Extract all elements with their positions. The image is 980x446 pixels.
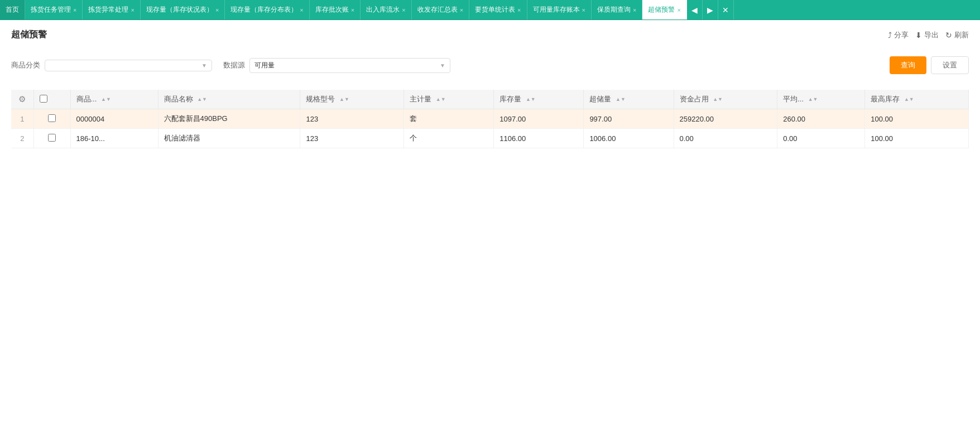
row-stock: 1097.00: [494, 109, 584, 129]
nav-tab-6-label: 出入库流水: [366, 5, 400, 14]
col-product-code-label: 商品...: [76, 95, 97, 103]
nav-next-arrow[interactable]: ▶: [703, 0, 718, 20]
nav-tab-11-label: 超储预警: [648, 5, 675, 14]
refresh-button[interactable]: ↻ 刷新: [945, 30, 969, 40]
row-index: 1: [11, 109, 33, 129]
share-icon: ⤴: [888, 31, 892, 40]
row-checkbox[interactable]: [48, 114, 56, 122]
nav-tab-7-label: 收发存汇总表: [417, 5, 458, 14]
row-product-name: 机油滤清器: [158, 129, 300, 148]
sort-unit[interactable]: ▲▼: [436, 97, 446, 102]
nav-tab-6[interactable]: 出入库流水 ×: [361, 0, 411, 20]
nav-tab-2-label: 拣货异常处理: [88, 5, 128, 14]
category-chevron-icon: ▼: [201, 62, 207, 69]
nav-tab-9[interactable]: 可用量库存账本 ×: [527, 0, 592, 20]
category-select[interactable]: ▼: [45, 60, 212, 71]
nav-tab-11-close[interactable]: ×: [677, 7, 680, 13]
nav-tab-6-close[interactable]: ×: [402, 7, 405, 13]
sort-product-code[interactable]: ▲▼: [101, 97, 111, 102]
nav-tab-10-close[interactable]: ×: [633, 7, 636, 13]
nav-prev-arrow[interactable]: ◀: [687, 0, 703, 20]
sort-stock[interactable]: ▲▼: [526, 97, 536, 102]
export-button[interactable]: ⬇ 导出: [915, 30, 939, 40]
nav-tab-7-close[interactable]: ×: [460, 7, 463, 13]
datasource-select[interactable]: 可用量 ▼: [249, 58, 450, 73]
row-capital: 259220.00: [674, 109, 777, 129]
col-product-name: 商品名称 ▲▼: [158, 90, 300, 109]
sort-capital[interactable]: ▲▼: [713, 97, 723, 102]
nav-tab-2[interactable]: 拣货异常处理 ×: [83, 0, 140, 20]
sort-spec[interactable]: ▲▼: [339, 97, 349, 102]
col-unit: 主计量 ▲▼: [404, 90, 494, 109]
col-stock: 库存量 ▲▼: [494, 90, 584, 109]
nav-tab-9-label: 可用量库存账本: [533, 5, 580, 14]
sort-max-stock[interactable]: ▲▼: [904, 97, 914, 102]
col-product-name-label: 商品名称: [164, 95, 193, 103]
nav-tab-4[interactable]: 现存量（库存分布表） ×: [225, 0, 309, 20]
row-checkbox-cell: [33, 109, 70, 129]
row-max-stock: 100.00: [865, 109, 969, 129]
datasource-chevron-icon: ▼: [440, 62, 445, 69]
row-checkbox[interactable]: [48, 134, 56, 142]
nav-tab-1-label: 拣货任务管理: [31, 5, 71, 14]
col-avg-label: 平均...: [783, 95, 804, 103]
row-avg: 0.00: [777, 129, 865, 148]
export-icon: ⬇: [915, 31, 922, 40]
table-row: 1 0000004 六配套新昌490BPG 123 套 1097.00 997.…: [11, 109, 969, 129]
filter-actions: 查询 设置: [890, 56, 969, 74]
col-avg: 平均... ▲▼: [777, 90, 865, 109]
datasource-label: 数据源: [223, 60, 245, 70]
table-body: 1 0000004 六配套新昌490BPG 123 套 1097.00 997.…: [11, 109, 969, 148]
nav-tab-10[interactable]: 保质期查询 ×: [592, 0, 642, 20]
col-checkbox: [33, 90, 70, 109]
row-capital: 0.00: [674, 129, 777, 148]
nav-close-arrow[interactable]: ✕: [718, 0, 734, 20]
gear-icon[interactable]: ⚙: [18, 94, 26, 104]
refresh-label: 刷新: [954, 30, 969, 40]
page-title: 超储预警: [11, 29, 47, 41]
nav-tab-home[interactable]: 首页: [0, 0, 25, 20]
nav-tab-2-close[interactable]: ×: [131, 7, 134, 13]
row-index: 2: [11, 129, 33, 148]
nav-tab-11[interactable]: 超储预警 ×: [642, 0, 686, 20]
nav-tab-7[interactable]: 收发存汇总表 ×: [412, 0, 469, 20]
datasource-filter: 数据源 可用量 ▼: [223, 58, 450, 73]
nav-tab-8-close[interactable]: ×: [517, 7, 521, 13]
nav-tab-8[interactable]: 要货单统计表 ×: [469, 0, 527, 20]
sort-avg[interactable]: ▲▼: [808, 97, 818, 102]
nav-tab-4-close[interactable]: ×: [300, 7, 303, 13]
nav-tab-1[interactable]: 拣货任务管理 ×: [25, 0, 83, 20]
row-max-stock: 100.00: [865, 129, 969, 148]
nav-tab-5[interactable]: 库存批次账 ×: [310, 0, 361, 20]
row-spec: 123: [300, 129, 404, 148]
nav-tab-3-close[interactable]: ×: [215, 7, 219, 13]
col-max-stock: 最高库存 ▲▼: [865, 90, 969, 109]
query-button[interactable]: 查询: [890, 56, 926, 74]
sort-product-name[interactable]: ▲▼: [197, 97, 207, 102]
select-all-checkbox[interactable]: [40, 95, 47, 103]
sort-overstock[interactable]: ▲▼: [616, 97, 626, 102]
row-product-code: 186-10...: [70, 129, 158, 148]
header-actions: ⤴ 分享 ⬇ 导出 ↻ 刷新: [888, 30, 969, 40]
row-avg: 260.00: [777, 109, 865, 129]
refresh-icon: ↻: [945, 31, 952, 40]
nav-tab-10-label: 保质期查询: [597, 5, 631, 14]
share-button[interactable]: ⤴ 分享: [888, 30, 909, 40]
row-spec: 123: [300, 109, 404, 129]
top-navigation: 首页 拣货任务管理 × 拣货异常处理 × 现存量（库存状况表） × 现存量（库存…: [0, 0, 980, 20]
page-header: 超储预警 ⤴ 分享 ⬇ 导出 ↻ 刷新: [11, 29, 969, 41]
settings-button[interactable]: 设置: [931, 56, 969, 74]
main-content: 超储预警 ⤴ 分享 ⬇ 导出 ↻ 刷新 商品分类 ▼ 数据源: [0, 20, 980, 446]
nav-tab-1-close[interactable]: ×: [73, 7, 76, 13]
col-overstock: 超储量 ▲▼: [584, 90, 674, 109]
nav-tab-9-close[interactable]: ×: [582, 7, 585, 13]
row-unit: 套: [404, 109, 494, 129]
nav-tab-5-label: 库存批次账: [315, 5, 349, 14]
share-label: 分享: [894, 30, 909, 40]
col-product-code: 商品... ▲▼: [70, 90, 158, 109]
row-unit: 个: [404, 129, 494, 148]
data-table: ⚙ 商品... ▲▼ 商品名称 ▲▼ 规格型号 ▲▼ 主计: [11, 90, 969, 148]
nav-tab-3[interactable]: 现存量（库存状况表） ×: [141, 0, 225, 20]
row-overstock: 997.00: [584, 109, 674, 129]
nav-tab-5-close[interactable]: ×: [351, 7, 354, 13]
